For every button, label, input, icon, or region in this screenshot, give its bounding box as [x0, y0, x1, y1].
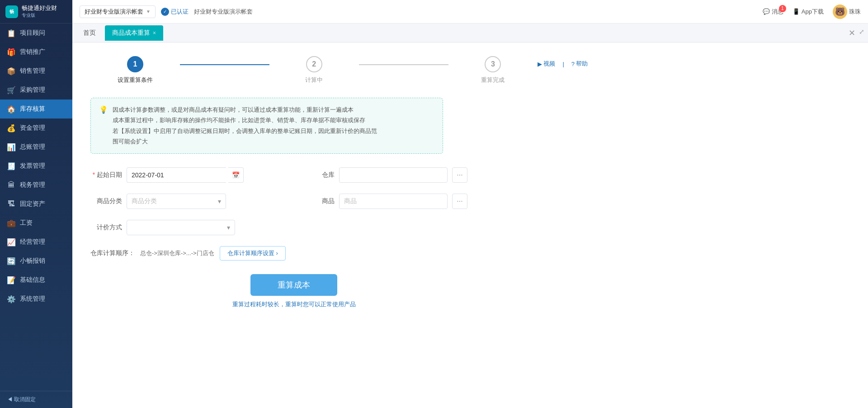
sidebar-label-payroll: 工资 — [20, 219, 33, 227]
warehouse-label: 仓库 — [303, 171, 335, 179]
sidebar-item-operations[interactable]: 📈 经营管理 — [0, 232, 72, 251]
pricing-select[interactable]: ▾ — [127, 220, 235, 235]
tab-home-label: 首页 — [83, 29, 96, 37]
sidebar-label-expense: 小畅报销 — [20, 257, 45, 265]
sidebar-item-sales[interactable]: 📦 销售管理 — [0, 62, 72, 81]
goods-picker-button[interactable]: ··· — [452, 194, 467, 209]
app-title: 畅捷通好业财 — [22, 5, 57, 12]
goods-label: 商品 — [303, 197, 335, 205]
project-icon: 📋 — [7, 29, 15, 37]
start-date-input[interactable] — [127, 167, 226, 183]
sidebar-item-basic[interactable]: 📝 基础信息 — [0, 270, 72, 289]
calendar-icon[interactable]: 📅 — [228, 167, 244, 183]
unpin-button[interactable]: ◀ 取消固定 — [0, 391, 72, 408]
goods-input[interactable]: 商品 — [339, 194, 448, 209]
action-center: 重算成本 重算过程耗时较长，重算时您可以正常使用产品 — [90, 274, 497, 308]
sidebar-label-operations: 经营管理 — [20, 238, 45, 246]
content-area: 1 设置重算条件 2 计算中 3 重算完成 — [72, 43, 868, 408]
step-2: 2 计算中 — [269, 56, 359, 84]
sidebar: 畅 畅捷通好业财 专业版 📋 项目顾问 🎁 营销推广 📦 销售管理 🛒 采购管理… — [0, 0, 72, 408]
form-row-2: 商品分类 商品分类 ▾ 商品 商品 ··· — [90, 194, 497, 209]
account-selector[interactable]: 好业财专业版演示帐套 ▼ — [80, 5, 156, 18]
app-label: App下载 — [802, 8, 824, 16]
video-link[interactable]: ▶ 视频 — [538, 60, 555, 68]
accounting-icon: 📊 — [7, 143, 15, 151]
sidebar-label-assets: 固定资产 — [20, 200, 45, 208]
account-selector-text: 好业财专业版演示帐套 — [85, 8, 143, 16]
basic-icon: 📝 — [7, 276, 15, 284]
field-category: 商品分类 商品分类 ▾ — [90, 194, 285, 209]
sidebar-nav: 📋 项目顾问 🎁 营销推广 📦 销售管理 🛒 采购管理 🏠 库存核算 💰 资金管… — [0, 24, 72, 391]
recalc-button[interactable]: 重算成本 — [250, 274, 337, 296]
sidebar-label-purchase: 采购管理 — [20, 86, 45, 94]
tabbar-actions: ✕ ⤢ — [849, 28, 864, 38]
step-2-circle: 2 — [306, 56, 322, 72]
sidebar-label-marketing: 营销推广 — [20, 48, 45, 56]
sidebar-item-inventory[interactable]: 🏠 库存核算 — [0, 100, 72, 119]
sidebar-label-accounting: 总账管理 — [20, 143, 45, 151]
field-goods: 商品 商品 ··· — [303, 194, 497, 209]
account-name: 好业财专业版演示帐套 — [194, 8, 253, 16]
sidebar-item-invoice[interactable]: 🧾 发票管理 — [0, 157, 72, 176]
sidebar-item-assets[interactable]: 🏗 固定资产 — [0, 195, 72, 213]
topbar: 好业财专业版演示帐套 ▼ ✓ 已认证 好业财专业版演示帐套 💬 消息 1 📱 A… — [72, 0, 868, 24]
operations-icon: 📈 — [7, 238, 15, 246]
inventory-icon: 🏠 — [7, 105, 15, 113]
tabbar: 首页 商品成本重算 × ✕ ⤢ — [72, 24, 868, 43]
sidebar-label-project: 项目顾问 — [20, 29, 45, 37]
user-name: 珠珠 — [849, 8, 861, 16]
help-label: 帮助 — [576, 60, 588, 68]
marketing-icon: 🎁 — [7, 48, 15, 56]
sidebar-item-system[interactable]: ⚙️ 系统管理 — [0, 289, 72, 308]
app-subtitle: 专业版 — [22, 12, 57, 19]
tab-cost-recalc[interactable]: 商品成本重算 × — [105, 25, 163, 41]
video-label: 视频 — [543, 60, 555, 68]
warehouse-seq-label: 仓库计算顺序： — [90, 249, 135, 257]
sidebar-item-purchase[interactable]: 🛒 采购管理 — [0, 81, 72, 100]
expense-icon: 🔄 — [7, 257, 15, 265]
tab-home[interactable]: 首页 — [76, 25, 103, 41]
chevron-down-2-icon: ▾ — [227, 224, 230, 231]
warehouse-picker-button[interactable]: ··· — [452, 167, 467, 183]
message-button[interactable]: 💬 消息 1 — [763, 8, 783, 16]
sidebar-item-project[interactable]: 📋 项目顾问 — [0, 24, 72, 43]
close-icon[interactable]: ✕ — [849, 28, 855, 38]
app-download-button[interactable]: 📱 App下载 — [793, 8, 824, 16]
step-3-label: 重算完成 — [481, 76, 505, 84]
sidebar-item-accounting[interactable]: 📊 总账管理 — [0, 138, 72, 157]
category-select[interactable]: 商品分类 ▾ — [127, 194, 226, 209]
user-menu[interactable]: 🐻 珠珠 — [833, 5, 861, 19]
seq-btn-label: 仓库计算顺序设置 — [227, 249, 274, 257]
info-line-1: 因成本计算参数调整，或是对商品成本有疑问时，可以通过成本重算功能，重新计算一遍成… — [113, 104, 377, 115]
warehouse-input[interactable] — [339, 167, 448, 183]
sidebar-item-marketing[interactable]: 🎁 营销推广 — [0, 43, 72, 62]
tab-close-icon[interactable]: × — [153, 30, 156, 36]
main-area: 好业财专业版演示帐套 ▼ ✓ 已认证 好业财专业版演示帐套 💬 消息 1 📱 A… — [72, 0, 868, 408]
expand-icon[interactable]: ⤢ — [859, 28, 864, 38]
sidebar-label-inventory: 库存核算 — [20, 105, 45, 113]
sidebar-item-finance[interactable]: 💰 资金管理 — [0, 119, 72, 138]
goods-placeholder: 商品 — [344, 197, 357, 205]
video-icon: ▶ — [538, 61, 542, 67]
form-section: 起始日期 📅 仓库 ··· 商品分类 商品分类 ▾ — [90, 167, 497, 308]
topbar-right: 💬 消息 1 📱 App下载 🐻 珠珠 — [763, 5, 861, 19]
message-icon: 💬 — [763, 8, 770, 15]
sidebar-item-tax[interactable]: 🏛 税务管理 — [0, 176, 72, 195]
help-link[interactable]: ? 帮助 — [571, 60, 588, 68]
verified-text: 已认证 — [171, 8, 189, 16]
sales-icon: 📦 — [7, 67, 15, 75]
sidebar-item-expense[interactable]: 🔄 小畅报销 — [0, 251, 72, 270]
phone-icon: 📱 — [793, 8, 800, 15]
field-warehouse: 仓库 ··· — [303, 167, 497, 183]
app-logo: 畅 — [5, 5, 18, 18]
sidebar-item-payroll[interactable]: 💼 工资 — [0, 213, 72, 232]
warehouse-seq-settings-button[interactable]: 仓库计算顺序设置 › — [220, 246, 286, 261]
finance-icon: 💰 — [7, 124, 15, 132]
form-row-3: 计价方式 ▾ — [90, 220, 253, 235]
info-line-2: 成本重算过程中，影响库存账的操作均不能操作，比如进货单、销货单、库存单据不能审核… — [113, 115, 377, 125]
recalc-hint: 重算过程耗时较长，重算时您可以正常使用产品 — [232, 300, 356, 308]
sidebar-label-system: 系统管理 — [20, 295, 45, 303]
chevron-down-icon: ▼ — [146, 9, 151, 14]
info-text: 因成本计算参数调整，或是对商品成本有疑问时，可以通过成本重算功能，重新计算一遍成… — [113, 104, 377, 147]
avatar: 🐻 — [833, 5, 847, 19]
